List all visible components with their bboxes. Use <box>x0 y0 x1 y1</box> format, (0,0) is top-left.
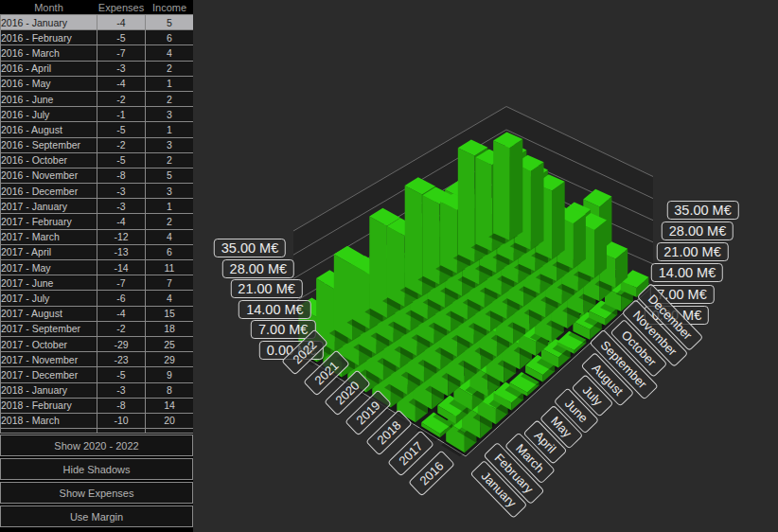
table-row[interactable]: 2016 - September-23 <box>1 137 194 152</box>
value-axis-tick-right: 28.00 M€ <box>662 222 734 240</box>
expenses-cell: -4 <box>97 15 146 30</box>
table-row[interactable]: 2017 - November-2329 <box>1 352 194 367</box>
show-years-button[interactable]: Show 2020 - 2022 <box>0 434 193 456</box>
table-row[interactable]: 2017 - June-77 <box>1 275 194 291</box>
month-cell: 2017 - September <box>1 321 97 336</box>
month-data-table[interactable]: Month Expenses Income 2016 - January-452… <box>0 0 194 434</box>
expenses-cell: -29 <box>97 336 146 351</box>
value-axis-tick-left: 35.00 M€ <box>214 239 286 257</box>
hide-shadows-button[interactable]: Hide Shadows <box>0 458 193 480</box>
table-row[interactable]: 2018 - January-38 <box>1 382 194 398</box>
month-cell: 2016 - March <box>1 45 97 61</box>
table-header-row: Month Expenses Income <box>1 0 194 15</box>
expenses-cell: -5 <box>97 152 146 168</box>
table-row[interactable]: 2016 - November-85 <box>1 168 194 183</box>
income-cell: 15 <box>146 306 194 321</box>
income-cell: 4 <box>146 291 194 306</box>
table-row[interactable]: 2016 - April-32 <box>1 61 194 76</box>
income-cell: 3 <box>146 137 194 152</box>
month-cell: 2018 - February <box>1 398 97 413</box>
table-row[interactable]: 2017 - April-136 <box>1 244 194 259</box>
income-cell: 2 <box>146 152 194 168</box>
use-margin-button[interactable]: Use Margin <box>0 505 193 527</box>
month-cell: 2016 - August <box>1 122 97 137</box>
table-row[interactable]: 2016 - January-45 <box>1 15 194 30</box>
table-row[interactable]: 2017 - January-31 <box>1 199 194 214</box>
expenses-cell: -2 <box>97 137 146 152</box>
table-row[interactable]: 2017 - February-42 <box>1 214 194 229</box>
income-cell: 1 <box>146 122 194 137</box>
expenses-cell: -8 <box>97 168 146 183</box>
expenses-cell: -12 <box>97 229 146 244</box>
income-cell: 1 <box>146 199 194 214</box>
clipped-row <box>1 429 194 434</box>
bar-column[interactable] <box>488 133 522 244</box>
income-cell: 4 <box>146 229 194 244</box>
table-row[interactable]: 2016 - December-33 <box>1 184 194 199</box>
table-row[interactable]: 2018 - February-814 <box>1 398 194 413</box>
table-row[interactable]: 2017 - August-415 <box>1 306 194 321</box>
month-cell: 2017 - December <box>1 367 97 382</box>
income-cell: 2 <box>146 91 194 106</box>
expenses-cell: -23 <box>97 352 146 367</box>
table-row[interactable]: 2017 - September-218 <box>1 321 194 336</box>
value-axis-tick-right: 14.00 M€ <box>651 263 723 282</box>
chart-3d-panel: 0.00 M€0.00 M€7.00 M€7.00 M€14.00 M€14.0… <box>193 0 778 532</box>
column-header-expenses: Expenses <box>97 0 146 15</box>
value-axis-tick-left: 28.00 M€ <box>222 259 294 278</box>
value-axis-tick-left: 14.00 M€ <box>239 300 310 319</box>
table-row[interactable]: 2017 - July-64 <box>1 291 194 306</box>
expenses-cell: -5 <box>97 122 146 137</box>
expenses-cell: -4 <box>97 306 146 321</box>
month-cell: 2016 - July <box>1 107 97 122</box>
expenses-cell: -7 <box>97 275 146 291</box>
month-cell: 2016 - December <box>1 184 97 199</box>
month-cell: 2017 - April <box>1 244 97 259</box>
expenses-cell: -7 <box>97 45 146 61</box>
table-row[interactable]: 2017 - October-2925 <box>1 336 194 351</box>
month-cell: 2016 - April <box>1 61 97 76</box>
month-cell: 2016 - May <box>1 76 97 91</box>
table-row[interactable]: 2017 - December-59 <box>1 367 194 382</box>
expenses-cell: -2 <box>97 91 146 106</box>
month-cell: 2016 - January <box>1 15 97 30</box>
expenses-cell: -5 <box>97 30 146 45</box>
month-cell: 2017 - January <box>1 199 97 214</box>
data-table-panel: Month Expenses Income 2016 - January-452… <box>0 0 193 532</box>
income-cell: 20 <box>146 413 194 428</box>
income-cell: 4 <box>146 45 194 61</box>
table-row[interactable]: 2016 - June-22 <box>1 91 194 106</box>
table-row[interactable]: 2018 - March-1020 <box>1 413 194 428</box>
expenses-cell: -10 <box>97 413 146 428</box>
month-cell: 2017 - February <box>1 214 97 229</box>
income-cell: 6 <box>146 244 194 259</box>
month-cell: 2017 - March <box>1 229 97 244</box>
income-cell: 14 <box>146 398 194 413</box>
expenses-cell: -8 <box>97 398 146 413</box>
table-row[interactable]: 2016 - February-56 <box>1 30 194 45</box>
expenses-cell: -13 <box>97 244 146 259</box>
table-row[interactable]: 2017 - March-124 <box>1 229 194 244</box>
month-cell: 2016 - February <box>1 30 97 45</box>
month-cell: 2018 - January <box>1 382 97 398</box>
table-row[interactable]: 2017 - May-1411 <box>1 260 194 275</box>
month-cell: 2017 - October <box>1 336 97 351</box>
income-cell: 8 <box>146 382 194 398</box>
column-header-income: Income <box>146 0 194 15</box>
table-row[interactable]: 2016 - May-41 <box>1 76 194 91</box>
income-cell: 25 <box>146 336 194 351</box>
app-window: Month Expenses Income 2016 - January-452… <box>0 0 778 532</box>
show-expenses-button[interactable]: Show Expenses <box>0 482 193 504</box>
income-cell: 2 <box>146 61 194 76</box>
expenses-cell: -3 <box>97 184 146 199</box>
table-row[interactable]: 2016 - July-13 <box>1 107 194 122</box>
month-cell: 2017 - August <box>1 306 97 321</box>
table-row[interactable]: 2016 - August-51 <box>1 122 194 137</box>
expenses-cell: -4 <box>97 76 146 91</box>
table-row[interactable]: 2016 - March-74 <box>1 45 194 61</box>
expenses-cell: -4 <box>97 214 146 229</box>
month-cell: 2016 - September <box>1 137 97 152</box>
table-row[interactable]: 2016 - October-52 <box>1 152 194 168</box>
expenses-cell: -3 <box>97 199 146 214</box>
month-cell: 2016 - November <box>1 168 97 183</box>
